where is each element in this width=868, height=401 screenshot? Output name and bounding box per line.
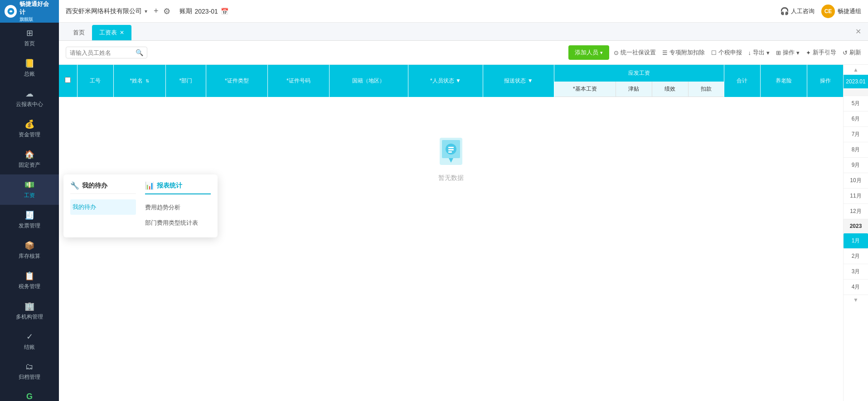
th-report-status: 报送状态 ▼ [483, 65, 554, 97]
time-panel-year-prev [844, 88, 868, 96]
tax-report-label: 个税申报 [718, 48, 742, 57]
th-basic-salary: *基本工资 [554, 82, 616, 97]
sidebar-item-invoice[interactable]: 🧾 发票管理 [0, 205, 59, 235]
time-panel-month-4[interactable]: 4月 [844, 280, 868, 295]
pending-menu-icon: 🔧 [70, 181, 79, 190]
panel-close-icon[interactable]: ✕ [855, 28, 861, 35]
search-icon[interactable]: 🔍 [136, 49, 143, 56]
calendar-icon[interactable]: 📅 [221, 8, 228, 15]
special-deduction-icon: ☰ [662, 49, 668, 56]
tax-report-button[interactable]: ☐ 个税申报 [711, 48, 742, 57]
sidebar-label-invoice: 发票管理 [19, 222, 40, 230]
salary-icon: 💵 [24, 180, 34, 190]
time-panel-month-10[interactable]: 10月 [844, 173, 868, 188]
export-button[interactable]: ↓ 导出 ▾ [748, 48, 770, 57]
sidebar-item-cloud-report[interactable]: ☁ 云报表中心 [0, 83, 59, 114]
time-panel-month-7[interactable]: 7月 [844, 127, 868, 142]
sidebar-item-home[interactable]: ⊞ 首页 [0, 23, 59, 53]
add-person-button[interactable]: 添加人员 ▾ [568, 45, 609, 60]
sidebar-label-cloud: 云报表中心 [16, 101, 43, 108]
sidebar-label-fixed: 固定资产 [19, 161, 40, 169]
company-selector[interactable]: 西安虾米网络科技有限公司 ▾ [66, 7, 147, 15]
service-button[interactable]: 🎧 人工咨询 [780, 7, 815, 15]
time-panel-month-2[interactable]: 2月 [844, 249, 868, 264]
company-settings-icon[interactable]: ⚙ [163, 6, 170, 16]
time-panel-month-8[interactable]: 8月 [844, 142, 868, 158]
sidebar-item-settlement[interactable]: ✓ 结账 [0, 326, 59, 357]
svg-rect-6 [448, 151, 452, 153]
th-job-number: 工号 [77, 65, 113, 97]
sidebar-item-salary[interactable]: 💵 工资 [0, 174, 59, 205]
select-all-checkbox[interactable] [65, 77, 71, 83]
name-sort-icon[interactable]: ⇅ [145, 78, 149, 83]
operation-button[interactable]: ⊞ 操作 ▾ [776, 48, 800, 57]
person-status-filter-icon[interactable]: ▼ [456, 77, 461, 84]
toolbar-actions: ⊙ 统一社保设置 ☰ 专项附加扣除 ☐ 个税申报 ↓ 导出 ▾ ⊞ [614, 48, 862, 57]
sidebar-label-multi: 多机构管理 [16, 313, 43, 321]
dropdown-item-my-pending[interactable]: 我的待办 [70, 199, 136, 215]
operation-chevron-icon: ▾ [796, 49, 800, 56]
guide-icon: ✦ [806, 49, 811, 56]
logo-icon [5, 5, 17, 18]
special-deduction-button[interactable]: ☰ 专项附加扣除 [662, 48, 705, 57]
sidebar-item-xiao-chang[interactable]: G 小畅报销 [0, 387, 59, 401]
user-menu[interactable]: CE 畅捷通组 [821, 5, 861, 18]
logo-text-wrap: 畅捷通好会计 旗舰版 [19, 0, 54, 23]
sidebar-item-fixed-assets[interactable]: 🏠 固定资产 [0, 144, 59, 174]
tax-report-icon: ☐ [711, 49, 717, 56]
th-operation: 操作 [807, 65, 843, 97]
user-name: 畅捷通组 [838, 7, 861, 15]
time-panel-month-5[interactable]: 5月 [844, 96, 868, 111]
invoice-icon: 🧾 [24, 210, 34, 220]
sidebar-label-tax: 税务管理 [19, 283, 40, 290]
th-deduction: 扣款 [688, 82, 724, 97]
sidebar-item-ledger[interactable]: 📒 总账 [0, 53, 59, 83]
dropdown-col2-label: 报表统计 [157, 182, 182, 190]
time-panel-up-button[interactable]: ▲ [844, 65, 868, 75]
time-panel: ▲ 2023.01 5月 6月 7月 8月 9月 10月 11月 12月 202… [843, 65, 868, 401]
dropdown-item-dept-expense[interactable]: 部门费用类型统计表 [145, 215, 211, 231]
search-input[interactable] [70, 49, 133, 56]
social-security-button[interactable]: ⊙ 统一社保设置 [614, 48, 656, 57]
tab-home[interactable]: 首页 [66, 25, 92, 40]
period-selector[interactable]: 账期 2023-01 📅 [179, 7, 228, 15]
special-deduction-label: 专项附加扣除 [669, 48, 705, 57]
new-guide-button[interactable]: ✦ 新手引导 [806, 48, 836, 57]
time-panel-month-11[interactable]: 11月 [844, 188, 868, 204]
time-panel-month-1[interactable]: 1月 [844, 233, 868, 249]
ledger-icon: 📒 [24, 58, 34, 68]
export-icon: ↓ [748, 49, 752, 56]
sidebar-label-fund: 资金管理 [19, 131, 40, 139]
time-panel-month-12[interactable]: 12月 [844, 204, 868, 219]
dropdown-col1-label: 我的待办 [82, 182, 107, 190]
th-gross-salary-group: 应发工资 [554, 65, 724, 82]
sidebar-item-multi-org[interactable]: 🏢 多机构管理 [0, 296, 59, 326]
multi-org-icon: 🏢 [24, 301, 34, 311]
time-panel-month-6[interactable]: 6月 [844, 111, 868, 127]
time-panel-month-3[interactable]: 3月 [844, 264, 868, 280]
sidebar-item-inventory[interactable]: 📦 库存核算 [0, 235, 59, 266]
xiao-chang-icon: G [26, 392, 33, 401]
tab-close-icon[interactable]: ✕ [120, 29, 124, 36]
sidebar-label-ledger: 总账 [24, 70, 35, 78]
sidebar-label-home: 首页 [24, 40, 35, 48]
export-chevron-icon: ▾ [766, 49, 770, 56]
sidebar-item-tax[interactable]: 📋 税务管理 [0, 266, 59, 296]
add-company-button[interactable]: + [154, 6, 159, 16]
time-panel-down-button[interactable]: ▼ [844, 295, 868, 305]
sidebar-item-fund[interactable]: 💰 资金管理 [0, 114, 59, 144]
topbar: 西安虾米网络科技有限公司 ▾ + ⚙ 账期 2023-01 📅 🎧 人工咨询 C… [59, 0, 868, 23]
dropdown-item-expense-trend[interactable]: 费用趋势分析 [145, 200, 211, 215]
close-panel-button[interactable]: ✕ [855, 27, 861, 36]
time-panel-month-9[interactable]: 9月 [844, 158, 868, 173]
operation-label: 操作 [783, 48, 795, 57]
th-department: *部门 [165, 65, 206, 97]
report-status-filter-icon[interactable]: ▼ [528, 77, 533, 84]
tab-salary[interactable]: 工资表 ✕ [92, 25, 131, 40]
sidebar-item-archive[interactable]: 🗂 归档管理 [0, 357, 59, 387]
refresh-button[interactable]: ↺ 刷新 [843, 48, 861, 57]
th-bonus: 津贴 [616, 82, 652, 97]
dropdown-menu: 🔧 我的待办 我的待办 📊 报表统计 费用趋势分析 部门费用类型统计表 [63, 174, 218, 237]
sidebar-label-inventory: 库存核算 [19, 252, 40, 260]
dropdown-columns: 🔧 我的待办 我的待办 📊 报表统计 费用趋势分析 部门费用类型统计表 [70, 181, 211, 231]
